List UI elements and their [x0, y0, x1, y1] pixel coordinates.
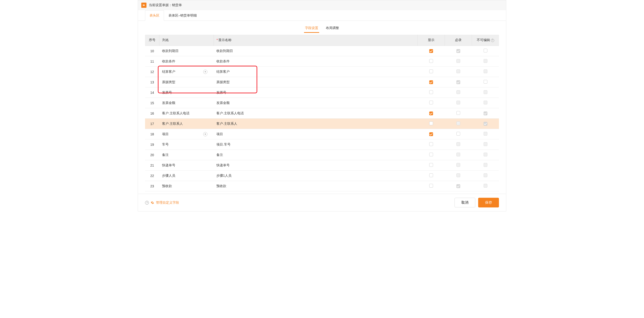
manage-custom-fields-link[interactable]: ? 管理自定义字段: [145, 200, 179, 205]
table-row: 23预收款预收款: [145, 181, 499, 191]
cell-display-name[interactable]: 票据类型: [214, 77, 418, 88]
checkbox-show[interactable]: [429, 70, 433, 73]
top-bar: 当前设置单据： 销货单: [138, 0, 506, 10]
col-header-readonly: 不可编辑?: [472, 35, 499, 46]
checkbox-readonly: [484, 122, 487, 126]
save-button[interactable]: 保存: [478, 198, 499, 208]
table-row: 15发票金额发票金额: [145, 98, 499, 108]
cell-name: 客户.主联系人电话: [159, 108, 214, 118]
cell-required: [444, 66, 472, 77]
cell-display-name[interactable]: 收款到期日: [214, 46, 418, 56]
cell-name: 快递单号: [159, 160, 214, 170]
checkbox-show[interactable]: [429, 90, 433, 94]
table-row: 18项目+项目: [145, 129, 499, 140]
app-container: 当前设置单据： 销货单 表头区表体区–销货单明细 字段设置布局调整 序号 列名 …: [138, 0, 506, 212]
sub-tabs: 字段设置布局调整: [138, 21, 506, 33]
checkbox-required: [456, 80, 460, 84]
checkbox-required: [456, 59, 460, 63]
checkbox-show[interactable]: [429, 163, 433, 167]
cell-show: [418, 66, 444, 77]
header-title-prefix: 当前设置单据：: [149, 3, 172, 7]
cell-required: [444, 150, 472, 160]
table-row: 22步骤人员步骤1人员: [145, 170, 499, 181]
checkbox-required: [456, 184, 460, 188]
field-name-label: 步骤人员: [162, 174, 175, 178]
main-tab-0[interactable]: 表头区: [145, 10, 164, 21]
checkbox-required: [456, 163, 460, 167]
cell-seq: 14: [145, 88, 159, 98]
cell-readonly: [472, 160, 499, 170]
field-name-label: 票据类型: [162, 80, 175, 84]
cell-required: [444, 98, 472, 108]
cell-name: 备注: [159, 150, 214, 160]
help-icon[interactable]: ?: [491, 39, 494, 42]
cell-display-name[interactable]: 备注: [214, 150, 418, 160]
cell-required: [444, 77, 472, 88]
cell-seq: 15: [145, 98, 159, 108]
cell-seq: 10: [145, 46, 159, 56]
checkbox-readonly[interactable]: [484, 49, 487, 52]
checkbox-show[interactable]: [429, 80, 433, 84]
cancel-button[interactable]: 取消: [454, 198, 475, 208]
cell-seq: 21: [145, 160, 159, 170]
add-sub-field-button[interactable]: +: [203, 70, 208, 74]
checkbox-show[interactable]: [429, 184, 433, 188]
col-header-name: 列名: [159, 35, 214, 46]
cell-readonly: [472, 46, 499, 56]
cell-name: 票据类型: [159, 77, 214, 88]
checkbox-show[interactable]: [429, 122, 433, 125]
checkbox-show[interactable]: [429, 142, 433, 146]
table-row: 13票据类型票据类型: [145, 77, 499, 88]
col-header-display: *显示名称: [214, 35, 418, 46]
cell-display-name[interactable]: 步骤1人员: [214, 170, 418, 181]
checkbox-required[interactable]: [456, 132, 460, 136]
sub-tab-0[interactable]: 字段设置: [304, 24, 319, 33]
sub-tab-1[interactable]: 布局调整: [325, 24, 340, 33]
checkbox-readonly: [484, 112, 487, 115]
checkbox-required: [456, 142, 460, 146]
cell-display-name[interactable]: 项目: [214, 129, 418, 140]
checkbox-readonly: [484, 132, 487, 136]
checkbox-show[interactable]: [429, 101, 433, 104]
chevron-right-double-icon: [142, 4, 145, 6]
cell-display-name[interactable]: 结算客户: [214, 66, 418, 77]
expand-button[interactable]: [141, 2, 146, 8]
cell-required: [444, 140, 472, 150]
checkbox-show[interactable]: [429, 59, 433, 63]
checkbox-required: [456, 174, 460, 177]
checkbox-show[interactable]: [429, 112, 433, 115]
cell-display-name[interactable]: 预收款: [214, 181, 418, 191]
checkbox-readonly: [484, 184, 487, 188]
cell-seq: 13: [145, 77, 159, 88]
main-tab-1[interactable]: 表体区–销货单明细: [164, 10, 201, 21]
checkbox-show[interactable]: [429, 49, 433, 53]
cell-display-name[interactable]: 客户.主联系人: [214, 118, 418, 129]
cell-display-name[interactable]: 发票号: [214, 88, 418, 98]
cell-display-name[interactable]: 发票金额: [214, 98, 418, 108]
cell-display-name[interactable]: 项目.车号: [214, 140, 418, 150]
checkbox-show[interactable]: [429, 152, 433, 156]
checkbox-required[interactable]: [456, 111, 460, 115]
checkbox-required: [456, 90, 460, 94]
checkbox-readonly: [484, 152, 487, 156]
col-header-seq: 序号: [145, 35, 159, 46]
col-header-readonly-text: 不可编辑: [477, 38, 490, 42]
main-tabs: 表头区表体区–销货单明细: [138, 10, 506, 21]
field-name-label: 客户.主联系人电话: [162, 111, 190, 116]
checkbox-show[interactable]: [429, 132, 433, 136]
checkbox-show[interactable]: [429, 174, 433, 177]
cell-display-name[interactable]: 收款条件: [214, 56, 418, 66]
cell-name: 预收款: [159, 181, 214, 191]
cell-show: [418, 56, 444, 66]
field-name-label: 发票号: [162, 90, 172, 95]
table-row: 21快递单号快递单号: [145, 160, 499, 170]
cell-show: [418, 170, 444, 181]
cell-display-name[interactable]: 快递单号: [214, 160, 418, 170]
add-sub-field-button[interactable]: +: [203, 132, 208, 136]
checkbox-required: [456, 122, 460, 125]
cell-display-name[interactable]: 客户.主联系人电话: [214, 108, 418, 118]
checkbox-readonly[interactable]: [484, 80, 487, 84]
cell-readonly: [472, 170, 499, 181]
col-header-show: 显示: [418, 35, 444, 46]
field-name-label: 预收款: [162, 184, 172, 188]
